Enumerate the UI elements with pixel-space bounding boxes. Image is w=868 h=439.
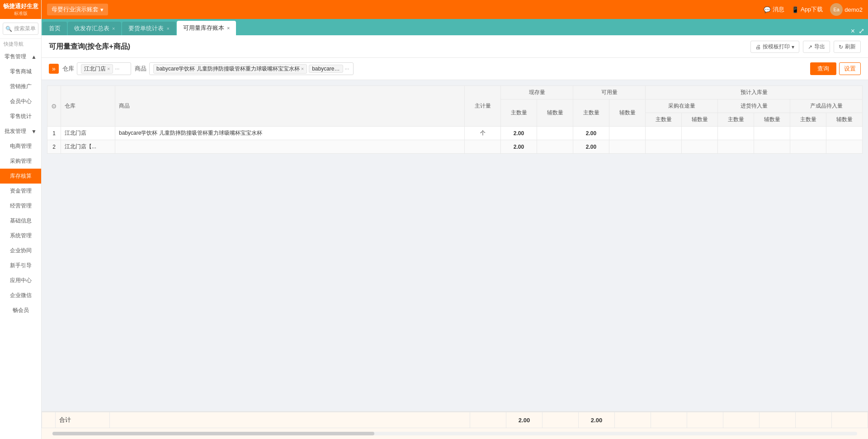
tabbar-actions: × ⤢ [847,27,868,35]
footer-current-aux [542,412,579,428]
table-th-unit: 主计量 [465,86,501,127]
sidebar-item-retail-mall-label: 零售商城 [10,68,32,76]
product-filter-dots[interactable]: ··· [345,66,349,72]
refresh-button[interactable]: ↻ 刷新 [834,41,861,53]
print-button[interactable]: 🖨 按模板打印 ▾ [750,41,799,53]
print-label: 按模板打印 [763,43,790,51]
table-th-product: 商品 [115,86,465,127]
footer-label-text: 合计 [59,416,71,423]
message-button[interactable]: 💬 消息 [764,5,784,14]
sidebar-item-retail-stats[interactable]: 零售统计 [0,109,41,124]
table-th-pt-main: 主数量 [646,113,682,127]
tab-inventory[interactable]: 可用量库存账本 × [177,21,236,35]
sidebar-item-wechat[interactable]: 企业微信 [0,288,41,303]
sidebar-item-enterprise-label: 企业协同 [10,247,32,255]
export-button[interactable]: ↗ 导出 [803,41,830,53]
sidebar-item-basic-label: 基础信息 [10,217,32,225]
table-th-warehouse: 仓库 [61,86,115,127]
warehouse-tag-close[interactable]: × [107,66,110,71]
row2-available-aux [609,140,646,154]
warehouse-filter-input[interactable]: 江北门店 × ··· [77,62,131,75]
row1-warehouse: 江北门店 [61,127,115,140]
tab-inventory-label: 可用量库存账本 [183,24,224,32]
row2-prod-main [790,140,826,154]
sidebar-item-finance-label: 资金管理 [10,187,32,195]
scrollbar-track[interactable] [52,432,857,435]
row2-in-main [718,140,754,154]
sidebar-item-finance[interactable]: 资金管理 [0,184,41,198]
query-button[interactable]: 查询 [810,62,836,75]
footer-label: 合计 [56,412,110,428]
sidebar-item-retail[interactable]: 零售管理 ▲ [0,49,41,64]
footer-pt-aux [687,412,723,428]
page-actions: 🖨 按模板打印 ▾ ↗ 导出 ↻ 刷新 [750,41,861,57]
sidebar-item-inventory-label: 库存核算 [10,172,32,180]
row2-unit [465,140,501,154]
tab-order-stats-close[interactable]: × [166,26,169,31]
scrollbar-area [42,428,868,439]
sidebar-item-ecommerce[interactable]: 电商管理 [0,139,41,154]
filter-expand-button[interactable]: » [49,64,59,74]
tab-receipts[interactable]: 收发存汇总表 × [68,22,121,35]
quick-nav-label: 快捷导航 [0,39,41,49]
sidebar-item-wholesale[interactable]: 批发管理 ▼ [0,124,41,139]
footer-prod-main [796,412,832,428]
sidebar-item-retail-mall[interactable]: 零售商城 [0,64,41,79]
product-tag1-text: babycare学饮杯 儿童防摔防撞吸管杯重力球吸嘴杯宝宝水杯 [156,65,300,73]
gear-icon[interactable]: ⚙ [51,103,57,110]
row2-product [115,140,465,154]
main-area: 母婴行业演示账套 ▾ 💬 消息 📱 App下载 Ea demo2 首页 收发存汇… [42,0,868,439]
sidebar-item-basic[interactable]: 基础信息 [0,213,41,228]
account-selector[interactable]: 母婴行业演示账套 ▾ [47,4,108,15]
tab-order-stats-label: 要货单统计表 [128,24,164,33]
app-download-label: App下载 [801,5,823,14]
sidebar-item-inventory[interactable]: 库存核算 [0,169,41,184]
print-icon: 🖨 [755,44,761,50]
sidebar-item-wholesale-label: 批发管理 [5,127,26,135]
tab-receipts-close[interactable]: × [112,26,115,31]
sidebar-item-ecommerce-label: 电商管理 [10,142,32,150]
table-th-available-main: 主数量 [573,99,609,127]
warehouse-filter-group: 仓库 江北门店 × ··· [62,62,131,75]
settings-button[interactable]: 设置 [839,62,861,75]
page-header: 可用量查询(按仓库+商品) 🖨 按模板打印 ▾ ↗ 导出 ↻ 刷新 [42,35,868,58]
sidebar-item-system[interactable]: 系统管理 [0,228,41,243]
scrollbar-thumb[interactable] [52,432,374,435]
sidebar-item-purchase[interactable]: 采购管理 [0,154,41,169]
sidebar-item-member[interactable]: 会员中心 [0,94,41,109]
data-table: ⚙ 仓库 商品 主计量 现存量 可用量 预计入库量 主数量 辅数量 主数量 辅数… [47,85,863,154]
sidebar-item-marketing[interactable]: 营销推广 [0,79,41,94]
warehouse-tag: 江北门店 × [81,64,113,74]
logo-title: 畅捷通好生意 [3,2,38,10]
sidebar-item-system-label: 系统管理 [10,232,32,240]
row1-prod-aux [826,127,863,140]
tab-home[interactable]: 首页 [42,22,67,35]
expand-button[interactable]: ⤢ [859,27,864,35]
warehouse-filter-label: 仓库 [62,65,74,73]
sidebar-item-member-label: 会员中心 [10,98,32,105]
sidebar-item-newguide[interactable]: 新手引导 [0,258,41,273]
search-menu-button[interactable]: 🔍 搜索菜单 [3,23,38,35]
sidebar-item-enterprise[interactable]: 企业协同 [0,243,41,258]
tab-inventory-close[interactable]: × [227,25,230,31]
sidebar-item-operation[interactable]: 经营管理 [0,198,41,213]
row1-unit: 个 [465,127,501,140]
row1-in-main [718,127,754,140]
product-tag1-close[interactable]: × [301,66,304,71]
search-icon: 🔍 [5,26,12,32]
warehouse-filter-dots[interactable]: ··· [115,66,119,72]
row2-warehouse: 江北门店【... [61,140,115,154]
sidebar-item-vip[interactable]: 畅会员 [0,303,41,318]
app-download-button[interactable]: 📱 App下载 [792,5,823,14]
user-profile[interactable]: Ea demo2 [830,3,863,16]
close-all-tabs-button[interactable]: × [851,27,855,35]
filter-area: » 仓库 江北门店 × ··· 商品 babycare学饮杯 儿童防摔防撞吸管杯… [42,58,868,80]
tab-order-stats[interactable]: 要货单统计表 × [122,22,175,35]
product-filter-group: 商品 babycare学饮杯 儿童防摔防撞吸管杯重力球吸嘴杯宝宝水杯 × bab… [135,62,354,75]
footer-in-aux [760,412,796,428]
table-th-incoming: 进货待入量 [718,99,790,113]
tabbar: 首页 收发存汇总表 × 要货单统计表 × 可用量库存账本 × × ⤢ [42,19,868,35]
sidebar-item-appcenter[interactable]: 应用中心 [0,273,41,288]
product-filter-input[interactable]: babycare学饮杯 儿童防摔防撞吸管杯重力球吸嘴杯宝宝水杯 × babyca… [149,62,354,75]
product-filter-label: 商品 [135,65,146,73]
